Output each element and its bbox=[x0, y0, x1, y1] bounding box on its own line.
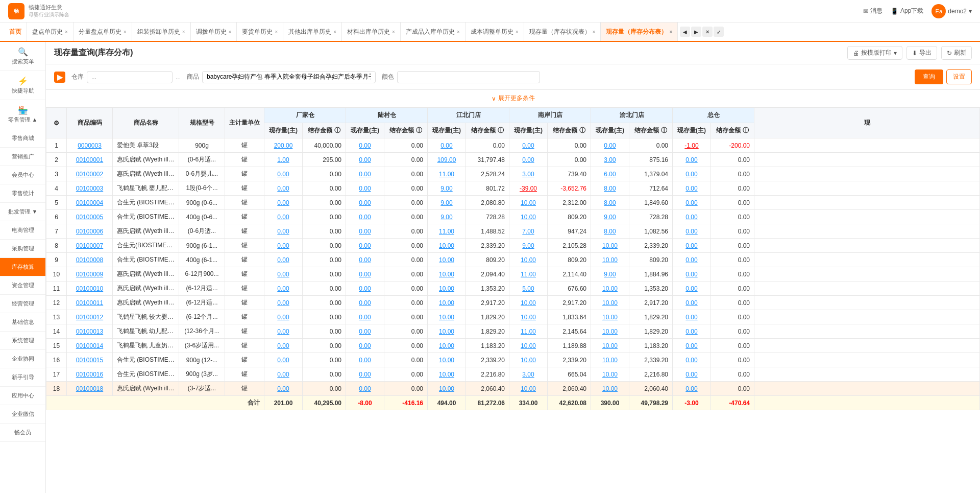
fqty-link[interactable]: 0.00 bbox=[277, 271, 289, 278]
jbqty-link[interactable]: 9.00 bbox=[440, 199, 452, 206]
naqty-link[interactable]: 10.00 bbox=[521, 299, 536, 307]
tqty-link[interactable]: 0.00 bbox=[685, 371, 697, 378]
expand-more-btn[interactable]: ∨ 展开更多条件 bbox=[54, 92, 972, 105]
filter-expand-btn[interactable]: ▶ bbox=[54, 72, 65, 83]
close-tab-1[interactable]: × bbox=[65, 29, 68, 35]
code-link[interactable]: 00100015 bbox=[76, 357, 103, 364]
tab-3[interactable]: 组装拆卸单历史 × bbox=[132, 22, 191, 41]
tab-4[interactable]: 调拨单历史 × bbox=[191, 22, 237, 41]
sidebar-item-guide[interactable]: 新手引导 bbox=[0, 368, 45, 387]
code-link[interactable]: 00100003 bbox=[76, 185, 103, 192]
lqty-link[interactable]: 0.00 bbox=[359, 357, 371, 364]
tqty-link[interactable]: 0.00 bbox=[685, 228, 697, 235]
tqty-link[interactable]: 0.00 bbox=[685, 256, 697, 264]
nav-close-btn[interactable]: ✕ bbox=[702, 27, 713, 37]
code-link[interactable]: 0000003 bbox=[78, 142, 102, 149]
tqty-link[interactable]: 0.00 bbox=[685, 385, 697, 392]
jbqty-link[interactable]: 0.00 bbox=[440, 142, 452, 149]
ybqty-link[interactable]: 10.00 bbox=[602, 256, 618, 264]
naqty-link[interactable]: 7.00 bbox=[522, 228, 534, 235]
jbqty-link[interactable]: 10.00 bbox=[439, 242, 454, 249]
setting-btn[interactable]: 设置 bbox=[946, 69, 972, 84]
query-btn[interactable]: 查询 bbox=[915, 69, 943, 84]
jbqty-link[interactable]: 9.00 bbox=[440, 185, 452, 192]
jbqty-link[interactable]: 10.00 bbox=[439, 256, 454, 264]
jbqty-link[interactable]: 10.00 bbox=[439, 371, 454, 378]
fqty-link[interactable]: 0.00 bbox=[277, 371, 289, 378]
naqty-link[interactable]: 10.00 bbox=[521, 385, 536, 392]
lqty-link[interactable]: 0.00 bbox=[359, 156, 371, 163]
fqty-link[interactable]: 200.00 bbox=[274, 142, 293, 149]
tab-9[interactable]: 成本调整单历史 × bbox=[465, 22, 524, 41]
code-link[interactable]: 00100009 bbox=[76, 271, 103, 278]
fqty-link[interactable]: 0.00 bbox=[277, 228, 289, 235]
tqty-link[interactable]: 0.00 bbox=[685, 185, 697, 192]
naqty-link[interactable]: -39.00 bbox=[520, 185, 537, 192]
naqty-link[interactable]: 11.00 bbox=[521, 271, 536, 278]
lqty-link[interactable]: 0.00 bbox=[359, 185, 371, 192]
tab-10[interactable]: 现存量（库存状况表） × bbox=[524, 22, 601, 41]
jbqty-link[interactable]: 10.00 bbox=[439, 314, 454, 321]
sidebar-item-wecom[interactable]: 企业微信 bbox=[0, 405, 45, 424]
sidebar-item-ecom[interactable]: 电商管理 bbox=[0, 221, 45, 240]
ybqty-link[interactable]: 10.00 bbox=[602, 285, 618, 292]
fqty-link[interactable]: 0.00 bbox=[277, 299, 289, 307]
jbqty-link[interactable]: 10.00 bbox=[439, 342, 454, 349]
tqty-link[interactable]: 0.00 bbox=[685, 285, 697, 292]
lqty-link[interactable]: 0.00 bbox=[359, 271, 371, 278]
jbqty-link[interactable]: 109.00 bbox=[437, 156, 456, 163]
sidebar-item-app-center[interactable]: 应用中心 bbox=[0, 387, 45, 405]
tqty-link[interactable]: 0.00 bbox=[685, 342, 697, 349]
lqty-link[interactable]: 0.00 bbox=[359, 385, 371, 392]
ybqty-link[interactable]: 10.00 bbox=[602, 357, 618, 364]
nav-expand-btn[interactable]: ⤢ bbox=[714, 27, 724, 37]
jbqty-link[interactable]: 9.00 bbox=[440, 214, 452, 221]
tqty-link[interactable]: 0.00 bbox=[685, 328, 697, 335]
sidebar-item-finance[interactable]: 资金管理 bbox=[0, 276, 45, 295]
fqty-link[interactable]: 0.00 bbox=[277, 199, 289, 206]
user-menu[interactable]: Ea demo2 ▾ bbox=[932, 4, 972, 18]
fqty-link[interactable]: 0.00 bbox=[277, 385, 289, 392]
ybqty-link[interactable]: 10.00 bbox=[602, 328, 618, 335]
ybqty-link[interactable]: 10.00 bbox=[602, 385, 618, 392]
code-link[interactable]: 00100004 bbox=[76, 199, 103, 206]
lqty-link[interactable]: 0.00 bbox=[359, 342, 371, 349]
ybqty-link[interactable]: 3.00 bbox=[604, 156, 616, 163]
ybqty-link[interactable]: 10.00 bbox=[602, 242, 618, 249]
naqty-link[interactable]: 10.00 bbox=[521, 342, 536, 349]
tqty-link[interactable]: 0.00 bbox=[685, 271, 697, 278]
code-link[interactable]: 00100018 bbox=[76, 385, 103, 392]
app-download-btn[interactable]: 📱 App下载 bbox=[891, 7, 923, 15]
sidebar-item-member2[interactable]: 畅会员 bbox=[0, 424, 45, 442]
sidebar-item-retail-stats[interactable]: 零售统计 bbox=[0, 184, 45, 203]
naqty-link[interactable]: 11.00 bbox=[521, 328, 536, 335]
sidebar-item-inventory[interactable]: 库存核算 bbox=[0, 258, 45, 276]
fqty-link[interactable]: 0.00 bbox=[277, 242, 289, 249]
close-tab-2[interactable]: × bbox=[124, 29, 127, 35]
sidebar-item-retail[interactable]: 🏪 零售管理 ▲ bbox=[0, 100, 45, 129]
code-link[interactable]: 00100011 bbox=[76, 299, 103, 307]
lqty-link[interactable]: 0.00 bbox=[359, 242, 371, 249]
tab-8[interactable]: 产成品入库单历史 × bbox=[401, 22, 465, 41]
tqty-link[interactable]: 0.00 bbox=[685, 171, 697, 178]
tqty-link[interactable]: 0.00 bbox=[685, 299, 697, 307]
sidebar-item-system[interactable]: 系统管理 bbox=[0, 332, 45, 350]
tqty-link[interactable]: 0.00 bbox=[685, 214, 697, 221]
fqty-link[interactable]: 1.00 bbox=[277, 156, 289, 163]
naqty-link[interactable]: 0.00 bbox=[522, 156, 534, 163]
naqty-link[interactable]: 0.00 bbox=[522, 142, 534, 149]
lqty-link[interactable]: 0.00 bbox=[359, 314, 371, 321]
fqty-link[interactable]: 0.00 bbox=[277, 214, 289, 221]
code-link[interactable]: 00100002 bbox=[76, 171, 103, 178]
ybqty-link[interactable]: 8.00 bbox=[604, 228, 616, 235]
ybqty-link[interactable]: 9.00 bbox=[604, 214, 616, 221]
jbqty-link[interactable]: 11.00 bbox=[439, 171, 454, 178]
code-link[interactable]: 00100012 bbox=[76, 314, 103, 321]
tqty-link[interactable]: -1.00 bbox=[684, 142, 698, 149]
tqty-link[interactable]: 0.00 bbox=[685, 242, 697, 249]
fqty-link[interactable]: 0.00 bbox=[277, 185, 289, 192]
close-tab-7[interactable]: × bbox=[392, 29, 395, 35]
ybqty-link[interactable]: 8.00 bbox=[604, 199, 616, 206]
sidebar-item-member[interactable]: 会员中心 bbox=[0, 166, 45, 184]
close-tab-5[interactable]: × bbox=[275, 29, 278, 35]
